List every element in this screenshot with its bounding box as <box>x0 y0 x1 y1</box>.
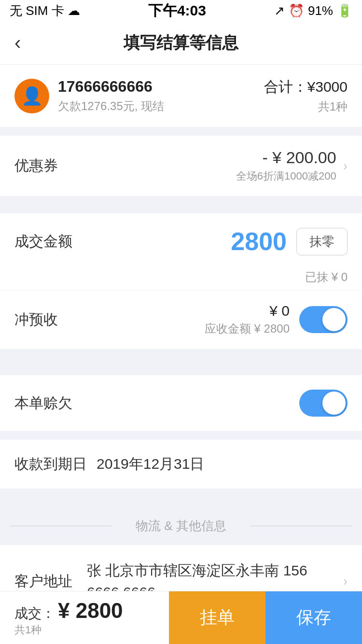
divider-line-left <box>10 526 111 526</box>
coupon-desc: 全场6折满1000减200 <box>236 169 336 183</box>
battery-label: 91% <box>308 3 333 18</box>
customer-row: 👤 17666666666 欠款1276.35元, 现结 合计：¥3000 共1… <box>0 65 362 127</box>
coupon-row[interactable]: 优惠券 - ¥ 200.00 全场6折满1000减200 › <box>0 136 362 196</box>
logistics-label: 物流 & 其他信息 <box>136 518 226 534</box>
address-label: 客户地址 <box>14 572 72 591</box>
coupon-label: 优惠券 <box>14 156 58 176</box>
customer-info: 17666666666 欠款1276.35元, 现结 <box>58 78 164 114</box>
bottom-deal-amount: ¥ 2800 <box>58 599 123 623</box>
bottom-summary: 成交： ¥ 2800 共1种 <box>0 599 169 637</box>
deal-amount-row: 成交金额 2800 抹零 <box>14 213 348 269</box>
coupon-chevron-icon: › <box>343 158 348 174</box>
deal-amount-sub: 已抹 ¥ 0 <box>14 269 348 290</box>
bottom-bar: 成交： ¥ 2800 共1种 挂单 保存 <box>0 591 362 644</box>
benda-row: 本单赊欠 <box>14 375 348 431</box>
prepay-right: ¥ 0 应收金额 ¥ 2800 <box>205 303 348 336</box>
coupon-info: - ¥ 200.00 全场6折满1000减200 <box>236 148 336 183</box>
save-button[interactable]: 保存 <box>265 591 362 644</box>
status-time: 下午4:03 <box>148 1 206 21</box>
alarm-icon: ⏰ <box>289 3 304 18</box>
coupon-discount: - ¥ 200.00 <box>236 148 336 167</box>
customer-phone: 17666666666 <box>58 78 164 96</box>
deal-amount-right: 2800 抹零 <box>231 227 348 256</box>
bottom-deal-label: 成交： <box>14 604 55 623</box>
prepay-section: 冲预收 ¥ 0 应收金额 ¥ 2800 <box>0 290 362 349</box>
page-title: 填写结算等信息 <box>124 32 238 54</box>
gray-divider-2 <box>0 358 362 366</box>
gray-divider-3 <box>0 498 362 506</box>
deal-amount-section: 成交金额 2800 抹零 已抹 ¥ 0 <box>0 213 362 290</box>
prepay-amount-wrap: ¥ 0 应收金额 ¥ 2800 <box>205 303 290 336</box>
gray-divider-1 <box>0 205 362 213</box>
benda-label: 本单赊欠 <box>14 393 72 413</box>
divider-line-right <box>251 526 352 526</box>
due-date-label: 收款到期日 <box>14 454 87 474</box>
avatar-icon: 👤 <box>21 86 43 106</box>
location-icon: ↗ <box>274 3 285 18</box>
battery-icon: 🔋 <box>337 3 352 18</box>
avatar: 👤 <box>14 79 49 113</box>
prepay-toggle[interactable] <box>299 306 348 333</box>
benda-toggle[interactable] <box>299 390 348 417</box>
status-bar: 无 SIM 卡 ☁ 下午4:03 ↗ ⏰ 91% 🔋 <box>0 0 362 21</box>
address-chevron-icon: › <box>343 574 348 589</box>
hang-button[interactable]: 挂单 <box>169 591 265 644</box>
customer-debt: 欠款1276.35元, 现结 <box>58 98 164 114</box>
logistics-divider: 物流 & 其他信息 <box>0 506 362 545</box>
prepay-sub: 应收金额 ¥ 2800 <box>205 321 290 336</box>
deal-amount-value: 2800 <box>231 227 287 256</box>
status-left: 无 SIM 卡 ☁ <box>10 2 80 19</box>
coupon-right-wrap: - ¥ 200.00 全场6折满1000减200 › <box>236 148 348 183</box>
total-count: 共1种 <box>264 99 348 114</box>
prepay-label: 冲预收 <box>14 310 58 330</box>
date-row: 收款到期日 2019年12月31日 <box>14 440 348 489</box>
benda-toggle-thumb <box>322 392 346 415</box>
prepay-amount: ¥ 0 <box>205 303 290 319</box>
nav-bar: ‹ 填写结算等信息 <box>0 21 362 65</box>
back-button[interactable]: ‹ <box>14 32 21 54</box>
prepay-row: 冲预收 ¥ 0 应收金额 ¥ 2800 <box>0 290 362 349</box>
round-zero-button[interactable]: 抹零 <box>296 228 348 255</box>
prepay-toggle-thumb <box>322 308 346 331</box>
deal-amount-label: 成交金额 <box>14 232 72 252</box>
customer-right: 合计：¥3000 共1种 <box>264 77 348 114</box>
status-right: ↗ ⏰ 91% 🔋 <box>274 3 352 18</box>
date-section: 收款到期日 2019年12月31日 <box>0 440 362 489</box>
customer-left: 👤 17666666666 欠款1276.35元, 现结 <box>14 78 164 114</box>
sim-label: 无 SIM 卡 ☁ <box>10 2 80 19</box>
due-date-value: 2019年12月31日 <box>97 454 204 474</box>
benda-section: 本单赊欠 <box>0 375 362 431</box>
bottom-count: 共1种 <box>14 623 154 637</box>
total-amount: 合计：¥3000 <box>264 77 348 97</box>
